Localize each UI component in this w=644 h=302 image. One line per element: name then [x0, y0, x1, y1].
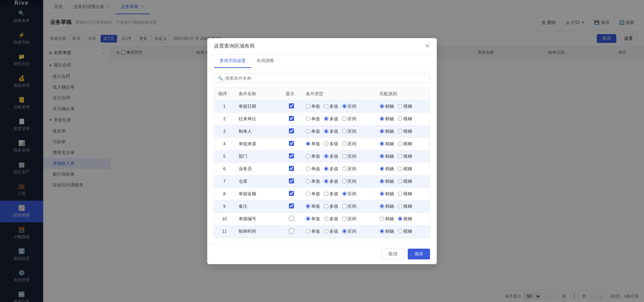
radio-match-精确-11[interactable]: 精确: [380, 228, 394, 234]
radio-单值-8[interactable]: 单值: [306, 191, 320, 197]
modal-close-button[interactable]: ✕: [425, 43, 430, 49]
checkbox-display-6[interactable]: [289, 167, 294, 172]
cell-display[interactable]: [281, 162, 302, 175]
radio-match-模糊-8[interactable]: 模糊: [398, 191, 412, 197]
radio-多值-11[interactable]: 多值: [324, 228, 338, 234]
cancel-button[interactable]: 取消: [381, 249, 404, 259]
radio-区间-9[interactable]: 区间: [342, 203, 356, 209]
radio-区间-1[interactable]: 区间: [342, 103, 356, 109]
tab-query-field-settings[interactable]: 查询字段设置: [214, 54, 251, 68]
radio-match-精确-7[interactable]: 精确: [380, 178, 394, 184]
cell-order: 8: [214, 187, 235, 200]
radio-多值-8[interactable]: 多值: [324, 191, 338, 197]
radio-区间-7[interactable]: 区间: [342, 178, 356, 184]
cell-display[interactable]: [281, 100, 302, 112]
radio-多值-2[interactable]: 多值: [324, 116, 338, 122]
radio-match-模糊-2[interactable]: 模糊: [398, 116, 412, 122]
radio-match-精确-2[interactable]: 精确: [380, 116, 394, 122]
cell-display[interactable]: [281, 212, 302, 225]
checkbox-display-10[interactable]: [289, 217, 294, 222]
radio-match-模糊-9[interactable]: 模糊: [398, 203, 412, 209]
cell-display[interactable]: [281, 200, 302, 212]
cell-match-rule: 精确 模糊: [376, 100, 430, 112]
cell-name: 往来单位: [235, 112, 281, 125]
search-input[interactable]: [225, 76, 426, 81]
radio-单值-1[interactable]: 单值: [306, 103, 320, 109]
checkbox-display-2[interactable]: [289, 117, 294, 122]
radio-区间-8[interactable]: 区间: [342, 191, 356, 197]
radio-match-模糊-11[interactable]: 模糊: [398, 228, 412, 234]
radio-区间-5[interactable]: 区间: [342, 153, 356, 159]
radio-单值-9[interactable]: 单值: [306, 203, 320, 209]
modal-body: 🔍 顺序 条件名称 显示 条件类型 匹配原则 1 单据日期: [207, 68, 437, 244]
cell-cond-type: 单值 多值 区间: [302, 150, 376, 162]
radio-单值-2[interactable]: 单值: [306, 116, 320, 122]
modal-save-button[interactable]: 保存: [408, 249, 430, 259]
radio-多值-7[interactable]: 多值: [324, 178, 338, 184]
radio-match-精确-1[interactable]: 精确: [380, 103, 394, 109]
radio-match-精确-3[interactable]: 精确: [380, 128, 394, 134]
checkbox-display-5[interactable]: [289, 154, 294, 159]
radio-多值-3[interactable]: 多值: [324, 128, 338, 134]
radio-单值-7[interactable]: 单值: [306, 178, 320, 184]
radio-match-模糊-10[interactable]: 模糊: [398, 216, 412, 222]
radio-match-模糊-7[interactable]: 模糊: [398, 178, 412, 184]
cell-cond-type: 单值 多值 区间: [302, 225, 376, 237]
radio-区间-11[interactable]: 区间: [342, 228, 356, 234]
col-header-display: 显示: [281, 88, 302, 100]
radio-多值-10[interactable]: 多值: [324, 216, 338, 222]
radio-match-模糊-5[interactable]: 模糊: [398, 153, 412, 159]
radio-多值-6[interactable]: 多值: [324, 166, 338, 172]
radio-区间-6[interactable]: 区间: [342, 166, 356, 172]
cell-match-rule: 精确 模糊: [376, 200, 430, 212]
radio-多值-1[interactable]: 多值: [324, 103, 338, 109]
radio-match-精确-4[interactable]: 精确: [380, 141, 394, 147]
cell-display[interactable]: [281, 175, 302, 187]
cell-display[interactable]: [281, 187, 302, 200]
radio-多值-5[interactable]: 多值: [324, 153, 338, 159]
radio-match-精确-5[interactable]: 精确: [380, 153, 394, 159]
radio-单值-4[interactable]: 单值: [306, 141, 320, 147]
radio-区间-4[interactable]: 区间: [342, 141, 356, 147]
cell-display[interactable]: [281, 225, 302, 237]
radio-多值-9[interactable]: 多值: [324, 203, 338, 209]
radio-区间-10[interactable]: 区间: [342, 216, 356, 222]
radio-match-模糊-6[interactable]: 模糊: [398, 166, 412, 172]
cell-order: 4: [214, 137, 235, 150]
cell-display[interactable]: [281, 137, 302, 150]
cell-name: 单据编号: [235, 212, 281, 225]
tab-layout-adjust[interactable]: 布局调整: [251, 54, 279, 68]
checkbox-display-4[interactable]: [289, 142, 294, 147]
cell-cond-type: 单值 多值 区间: [302, 112, 376, 125]
cell-match-rule: 精确 模糊: [376, 162, 430, 175]
checkbox-display-8[interactable]: [289, 192, 294, 197]
checkbox-display-7[interactable]: [289, 179, 294, 184]
radio-单值-3[interactable]: 单值: [306, 128, 320, 134]
cell-cond-type: 单值 多值 区间: [302, 162, 376, 175]
radio-match-模糊-1[interactable]: 模糊: [398, 103, 412, 109]
radio-match-模糊-3[interactable]: 模糊: [398, 128, 412, 134]
radio-多值-4[interactable]: 多值: [324, 141, 338, 147]
radio-区间-2[interactable]: 区间: [342, 116, 356, 122]
cell-name: 业务员: [235, 162, 281, 175]
checkbox-display-3[interactable]: [289, 129, 294, 134]
checkbox-display-1[interactable]: [289, 104, 294, 109]
radio-区间-3[interactable]: 区间: [342, 128, 356, 134]
table-row: 1 单据日期 单值 多值 区间 精确 模糊: [214, 100, 430, 112]
radio-match-精确-8[interactable]: 精确: [380, 191, 394, 197]
radio-match-精确-6[interactable]: 精确: [380, 166, 394, 172]
radio-单值-10[interactable]: 单值: [306, 216, 320, 222]
radio-match-精确-10[interactable]: 精确: [380, 216, 394, 222]
radio-单值-5[interactable]: 单值: [306, 153, 320, 159]
table-row: 9 备注 单值 多值 区间 精确 模糊: [214, 200, 430, 212]
cell-display[interactable]: [281, 125, 302, 137]
checkbox-display-9[interactable]: [289, 204, 294, 209]
cell-display[interactable]: [281, 150, 302, 162]
radio-match-精确-9[interactable]: 精确: [380, 203, 394, 209]
radio-单值-11[interactable]: 单值: [306, 228, 320, 234]
modal-title: 设置查询区域布局: [214, 43, 254, 49]
cell-display[interactable]: [281, 112, 302, 125]
radio-单值-6[interactable]: 单值: [306, 166, 320, 172]
radio-match-模糊-4[interactable]: 模糊: [398, 141, 412, 147]
checkbox-display-11[interactable]: [289, 229, 294, 234]
